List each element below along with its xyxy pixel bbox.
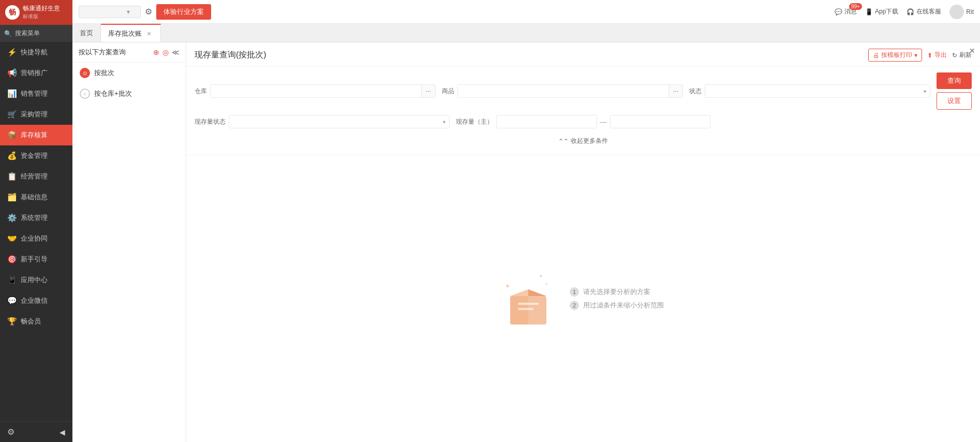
filter-area: 仓库 ··· 商品 ··· 状态 [186, 66, 980, 155]
product-input-group: ··· [457, 84, 683, 98]
product-ellipsis-btn[interactable]: ··· [669, 85, 682, 97]
wechat-icon: 💬 [7, 296, 17, 305]
plan-by-batch[interactable]: ⊙ 按批次 [72, 63, 186, 83]
user-avatar-button[interactable]: Rit [949, 5, 974, 19]
sidebar-item-member[interactable]: 🏆 畅会员 [0, 311, 72, 332]
topbar-dropdown-icon[interactable]: ▾ [127, 8, 130, 16]
purchase-icon: 🛒 [7, 110, 17, 119]
export-button[interactable]: ⬆ 导出 [927, 51, 947, 60]
sidebar-item-marketing[interactable]: 📢 营销推广 [0, 63, 72, 83]
system-label: 系统管理 [21, 213, 48, 223]
page-title: 现存量查询(按批次) [195, 50, 266, 61]
topbar-gear-icon[interactable]: ⚙ [145, 7, 152, 17]
warehouse-ellipsis-btn[interactable]: ··· [421, 85, 435, 97]
sidebar-item-wechat[interactable]: 💬 企业微信 [0, 290, 72, 311]
add-plan-icon[interactable]: ⊕ [153, 48, 159, 56]
sidebar-item-system[interactable]: ⚙️ 系统管理 [0, 208, 72, 228]
stock-status-select[interactable]: 有库存 无库存 全部 [229, 115, 450, 128]
stock-status-label: 现存量状态 [195, 117, 226, 126]
sidebar-item-enterprise[interactable]: 🤝 企业协同 [0, 228, 72, 249]
sidebar-item-purchase[interactable]: 🛒 采购管理 [0, 104, 72, 125]
empty-hints: 1 请先选择要分析的方案 2 用过滤条件来缩小分析范围 [570, 287, 664, 310]
sidebar-search[interactable]: 🔍 搜索菜单 [0, 25, 72, 42]
sidebar-item-newbie[interactable]: 🎯 新手引导 [0, 249, 72, 270]
sidebar-item-basic[interactable]: 🗂️ 基础信息 [0, 187, 72, 208]
main-area: ▾ ⚙ 体验行业方案 💬 消息 99+ 📱 App下载 🎧 在线客服 Rit [72, 0, 980, 442]
finance-label: 资金管理 [21, 151, 48, 160]
topbar-search-input[interactable] [83, 8, 125, 16]
sidebar-item-inventory[interactable]: 📦 库存核算 [0, 125, 72, 145]
trial-button[interactable]: 体验行业方案 [156, 4, 211, 20]
svg-text:✦: ✦ [505, 283, 510, 290]
brand-logo: 畅 [5, 5, 20, 20]
tab-batch-account[interactable]: 库存批次账 × [101, 24, 161, 42]
refresh-icon: ↻ [952, 52, 957, 59]
tab-close-button[interactable]: × [145, 30, 153, 38]
stock-status-select-wrapper: 有库存 无库存 全部 ▾ [229, 115, 450, 128]
sales-icon: 📊 [7, 89, 17, 98]
online-service-button[interactable]: 🎧 在线客服 [907, 7, 941, 16]
collapse-sidebar-icon[interactable]: ◀ [60, 428, 65, 436]
plan-by-warehouse-batch[interactable]: ○ 按仓库+批次 [72, 83, 186, 104]
svg-text:✦: ✦ [539, 273, 543, 279]
svg-text:✦: ✦ [545, 282, 548, 287]
left-panel-title: 按以下方案查询 [79, 48, 126, 57]
newbie-icon: 🎯 [7, 255, 17, 264]
tab-home[interactable]: 首页 [72, 24, 101, 42]
settings-plan-icon[interactable]: ◎ [162, 48, 169, 56]
svg-rect-3 [518, 308, 533, 310]
finance-icon: 💰 [7, 151, 17, 160]
range-dash: — [600, 118, 607, 126]
stock-qty-max-input[interactable] [610, 115, 711, 128]
hint-2: 2 用过滤条件来缩小分析范围 [570, 301, 664, 310]
settings-icon[interactable]: ⚙ [7, 427, 14, 437]
sidebar-footer: ⚙ ◀ [0, 421, 72, 442]
operations-label: 经营管理 [21, 172, 48, 181]
status-select[interactable]: 启用 停用 [705, 84, 930, 98]
tab-batch-label: 库存批次账 [108, 29, 142, 38]
left-panel-actions: ⊕ ◎ ≪ [153, 48, 180, 56]
operations-icon: 📋 [7, 172, 17, 181]
sidebar-item-sales[interactable]: 📊 销售管理 [0, 83, 72, 104]
left-panel-header: 按以下方案查询 ⊕ ◎ ≪ [72, 42, 186, 63]
hint-1: 1 请先选择要分析的方案 [570, 287, 664, 297]
stock-status-filter: 现存量状态 有库存 无库存 全部 ▾ [195, 115, 450, 128]
sidebar-item-operations[interactable]: 📋 经营管理 [0, 166, 72, 187]
plan-by-warehouse-batch-label: 按仓库+批次 [94, 89, 132, 98]
member-icon: 🏆 [7, 317, 17, 326]
inventory-label: 库存核算 [21, 130, 48, 140]
sidebar-item-apps[interactable]: 📱 应用中心 [0, 270, 72, 290]
sidebar-item-finance[interactable]: 💰 资金管理 [0, 145, 72, 166]
messages-button[interactable]: 💬 消息 99+ [835, 7, 857, 16]
topbar-left: ▾ ⚙ 体验行业方案 [79, 4, 830, 20]
print-dropdown-icon[interactable]: ▾ [914, 52, 917, 59]
sidebar-item-quick-nav[interactable]: ⚡ 快捷导航 [0, 42, 72, 63]
enterprise-icon: 🤝 [7, 234, 17, 243]
system-icon: ⚙️ [7, 213, 17, 223]
product-input[interactable] [458, 85, 669, 97]
collapse-panel-icon[interactable]: ≪ [172, 48, 180, 56]
basic-label: 基础信息 [21, 193, 48, 202]
print-button[interactable]: 🖨 按模板打印 ▾ [868, 49, 922, 62]
app-download-button[interactable]: 📱 App下载 [865, 7, 898, 16]
settings-button[interactable]: 设置 [937, 92, 972, 110]
brand-name: 畅康通好生意 [23, 5, 60, 13]
stock-qty-min-input[interactable] [496, 115, 597, 128]
warehouse-input[interactable] [211, 85, 421, 97]
topbar-search-box[interactable]: ▾ [79, 6, 141, 18]
warehouse-input-group: ··· [210, 84, 436, 98]
query-button[interactable]: 查询 [937, 72, 972, 89]
page-title-bar: 现存量查询(按批次) 🖨 按模板打印 ▾ ⬆ 导出 ↻ 刷新 [186, 42, 980, 66]
status-label: 状态 [689, 87, 702, 96]
plan-active-icon: ⊙ [80, 68, 90, 78]
collapse-filter-row[interactable]: ⌃⌃ 收起更多条件 [195, 134, 972, 149]
quick-nav-icon: ⚡ [7, 48, 17, 57]
plan-by-batch-label: 按批次 [94, 68, 114, 78]
stock-qty-range: — [496, 115, 711, 128]
right-panel: 现存量查询(按批次) 🖨 按模板打印 ▾ ⬆ 导出 ↻ 刷新 [186, 42, 980, 442]
panel-close-button[interactable]: × [964, 42, 980, 60]
avatar [949, 5, 964, 19]
warehouse-filter: 仓库 ··· [195, 84, 436, 98]
stock-qty-filter: 现存量（主） — [456, 115, 711, 128]
member-label: 畅会员 [21, 317, 41, 326]
